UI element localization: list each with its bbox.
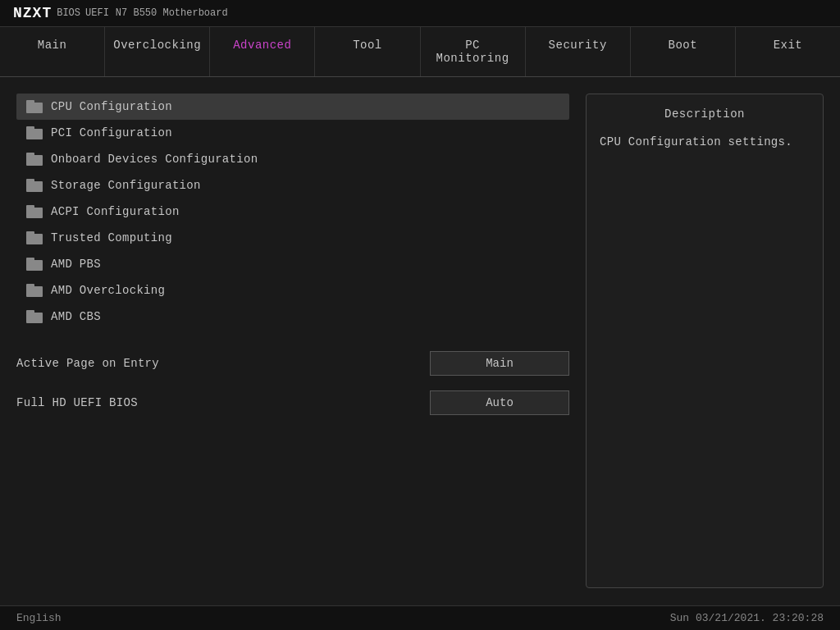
footer-language: English [16, 612, 62, 624]
folder-icon [26, 310, 43, 323]
folder-icon [26, 258, 43, 271]
logo-info: N7 B550 Motherboard [116, 7, 228, 19]
setting-row-0: Active Page on EntryMain [16, 348, 569, 379]
navbar: MainOverclockingAdvancedToolPC Monitorin… [0, 27, 840, 77]
setting-label-0: Active Page on Entry [16, 357, 159, 370]
left-panel: CPU ConfigurationPCI ConfigurationOnboar… [16, 94, 569, 588]
menu-item-label: Trusted Computing [51, 231, 172, 244]
menu-item-2[interactable]: Onboard Devices Configuration [16, 146, 569, 172]
nav-item-exit[interactable]: Exit [736, 27, 840, 76]
setting-value-0[interactable]: Main [430, 351, 569, 376]
menu-item-0[interactable]: CPU Configuration [16, 94, 569, 120]
menu-item-3[interactable]: Storage Configuration [16, 172, 569, 199]
menu-item-label: AMD Overclocking [51, 284, 165, 297]
nav-item-main[interactable]: Main [0, 27, 105, 76]
folder-icon [26, 179, 43, 192]
folder-icon [26, 153, 43, 166]
nav-item-overclocking[interactable]: Overclocking [105, 27, 210, 76]
menu-item-label: PCI Configuration [51, 126, 172, 139]
setting-label-1: Full HD UEFI BIOS [16, 396, 138, 409]
menu-item-4[interactable]: ACPI Configuration [16, 199, 569, 225]
logo-uefi: UEFI [85, 7, 109, 19]
folder-icon [26, 100, 43, 113]
menu-list: CPU ConfigurationPCI ConfigurationOnboar… [16, 94, 569, 330]
nav-item-advanced[interactable]: Advanced [210, 27, 315, 76]
menu-item-label: AMD PBS [51, 258, 101, 271]
footer: English Sun 03/21/2021. 23:20:28 [0, 605, 840, 630]
settings-rows: Active Page on EntryMainFull HD UEFI BIO… [16, 348, 569, 418]
menu-item-7[interactable]: AMD Overclocking [16, 277, 569, 304]
main-content: CPU ConfigurationPCI ConfigurationOnboar… [0, 77, 840, 605]
menu-item-label: ACPI Configuration [51, 205, 180, 218]
description-panel: Description CPU Configuration settings. [586, 94, 824, 588]
folder-icon [26, 231, 43, 244]
folder-icon [26, 205, 43, 218]
nav-item-tool[interactable]: Tool [315, 27, 420, 76]
menu-item-5[interactable]: Trusted Computing [16, 225, 569, 251]
description-text: CPU Configuration settings. [600, 134, 810, 151]
setting-value-1[interactable]: Auto [430, 390, 569, 415]
header: NZXT BIOS UEFI N7 B550 Motherboard [0, 0, 840, 27]
nav-item-pc-monitoring[interactable]: PC Monitoring [421, 27, 526, 76]
nav-item-boot[interactable]: Boot [631, 27, 736, 76]
menu-item-8[interactable]: AMD CBS [16, 304, 569, 330]
nav-item-security[interactable]: Security [526, 27, 631, 76]
menu-item-6[interactable]: AMD PBS [16, 251, 569, 277]
logo-bios: BIOS [57, 7, 80, 19]
menu-item-label: Onboard Devices Configuration [51, 153, 258, 166]
footer-datetime: Sun 03/21/2021. 23:20:28 [670, 612, 824, 624]
folder-icon [26, 284, 43, 297]
description-title: Description [600, 107, 810, 121]
menu-item-1[interactable]: PCI Configuration [16, 120, 569, 146]
menu-item-label: Storage Configuration [51, 179, 201, 192]
logo-nzxt: NZXT [13, 5, 52, 21]
setting-row-1: Full HD UEFI BIOSAuto [16, 387, 569, 418]
logo: NZXT BIOS UEFI N7 B550 Motherboard [13, 5, 228, 21]
menu-item-label: CPU Configuration [51, 100, 172, 113]
folder-icon [26, 126, 43, 139]
menu-item-label: AMD CBS [51, 310, 101, 323]
